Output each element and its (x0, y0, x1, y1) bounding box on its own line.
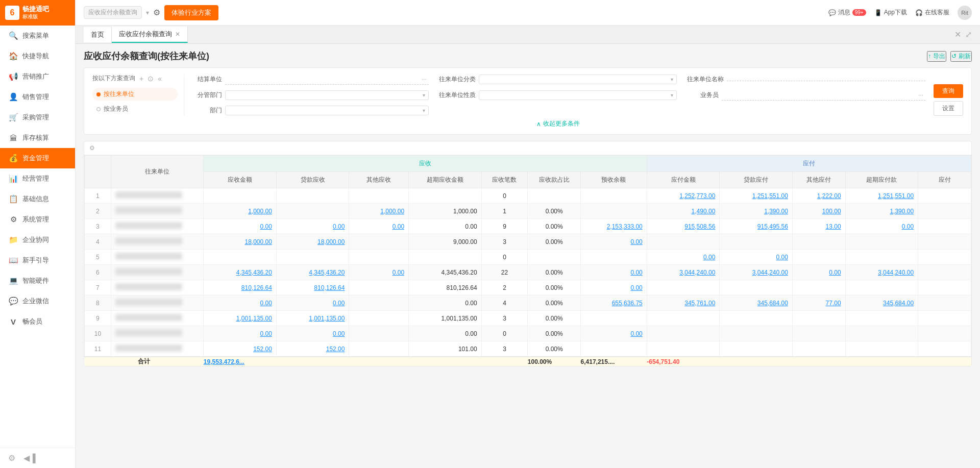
user-avatar[interactable]: Rit (958, 6, 972, 20)
salesperson-input[interactable]: ··· (722, 90, 925, 101)
close-window-icon[interactable]: ✕ (954, 30, 961, 39)
sidebar-item-hardware[interactable]: 💻 智能硬件 (0, 270, 75, 291)
sidebar-item-label: 资金管理 (22, 154, 49, 163)
app-download-btn[interactable]: 📱 App下载 (874, 8, 907, 17)
export-button[interactable]: ↑ 导出 (927, 51, 946, 62)
messages-btn[interactable]: 💬 消息 99+ (828, 8, 866, 17)
sidebar-item-label: 畅会员 (22, 317, 42, 326)
collapse-more-btn[interactable]: ∧ 收起更多条件 (190, 119, 925, 128)
export-label: 导出 (933, 52, 945, 61)
maximize-icon[interactable]: ⤢ (965, 30, 972, 39)
trial-button[interactable]: 体验行业方案 (164, 5, 218, 20)
sidebar-item-operations[interactable]: 📊 经营管理 (0, 168, 75, 189)
sidebar-item-inventory[interactable]: 🏛 库存核算 (0, 128, 75, 148)
footer-ar-amount[interactable]: 19,553,472,6... (204, 357, 277, 366)
sidebar-item-label: 智能硬件 (22, 276, 49, 285)
sidebar-item-finance[interactable]: 💰 资金管理 (0, 148, 75, 168)
settlement-input[interactable]: ··· (225, 74, 429, 85)
th-ap-rest: 应付 (918, 172, 971, 188)
field-dept-managed: 分管部门 ▾ (190, 90, 429, 101)
title-actions: ↑ 导出 ↺ 刷新 (927, 51, 972, 62)
table-row: 100.000.000.0000.00%0.00 (85, 326, 971, 341)
footer-ar-loan (276, 357, 349, 366)
refresh-button[interactable]: ↺ 刷新 (950, 51, 972, 62)
online-service-btn[interactable]: 🎧 在线客服 (915, 8, 949, 17)
collapse-scheme-icon[interactable]: « (158, 75, 162, 83)
table-footer-row: 合计 19,553,472,6... 100.00% 6,417,215....… (85, 357, 971, 366)
top-header: 应收应付余额查询 ▾ ⚙ 体验行业方案 💬 消息 99+ 📱 App下载 🎧 在… (76, 0, 980, 26)
messages-label: 消息 (838, 8, 850, 17)
scheme-by-partner[interactable]: 按往来单位 (92, 88, 178, 101)
tab-ar-ap-label: 应收应付余额查询 (119, 30, 172, 39)
partner-nature-select[interactable]: ▾ (479, 90, 677, 100)
table-row: 101,252,773.001,251,551.001,222.001,251,… (85, 188, 971, 204)
footer-ar-other (349, 357, 409, 366)
hardware-icon: 💻 (8, 276, 18, 286)
query-button[interactable]: 查询 (934, 84, 963, 98)
sidebar-logo: 6 畅捷通吧 标准版 (0, 0, 75, 26)
tab-home[interactable]: 首页 (84, 27, 112, 42)
sidebar-item-quicknav[interactable]: 🏠 快捷导航 (0, 46, 75, 66)
chevron-down-icon: ▾ (671, 92, 673, 98)
th-prepay: 预收余额 (581, 172, 647, 188)
scheme-by-salesperson[interactable]: 按业务员 (92, 103, 178, 115)
sidebar-item-label: 快捷导航 (22, 52, 49, 61)
salesperson-label: 业务员 (687, 91, 719, 100)
department-select[interactable]: ▾ (225, 106, 429, 115)
sidebar-item-label: 企业协同 (22, 235, 49, 244)
partner-nature-label: 往来单位性质 (439, 91, 476, 100)
th-partner: 往来单位 (111, 156, 203, 188)
footer-ap-rest (918, 357, 971, 366)
set-button[interactable]: 设置 (934, 101, 963, 116)
partner-name-input[interactable] (727, 78, 925, 81)
settings-scheme-icon[interactable]: ⊙ (148, 75, 154, 83)
add-scheme-icon[interactable]: + (139, 75, 143, 83)
sidebar-item-purchase[interactable]: 🛒 采购管理 (0, 107, 75, 128)
dept-managed-select[interactable]: ▾ (225, 90, 429, 100)
system-icon: ⚙ (8, 214, 18, 225)
partner-category-select[interactable]: ▾ (479, 75, 677, 84)
collapse-icon[interactable]: ◀▐ (23, 453, 35, 463)
gear-icon[interactable]: ⚙ (153, 8, 160, 17)
table-config-icon[interactable]: ⚙ (89, 144, 95, 152)
th-ar-amount: 应收金额 (204, 172, 277, 188)
chevron-down-icon[interactable]: ▾ (146, 9, 149, 16)
sidebar-item-label: 搜索菜单 (22, 31, 49, 40)
field-salesperson: 业务员 ··· (687, 90, 925, 101)
th-ap-group: 应付 (647, 156, 971, 172)
member-icon: V (8, 316, 18, 327)
field-partner-name: 往来单位名称 (687, 74, 925, 85)
clock-icon (96, 107, 101, 111)
sidebar-item-guide[interactable]: 📖 新手引导 (0, 250, 75, 270)
settlement-more-icon[interactable]: ··· (422, 76, 427, 83)
footer-prepay: 6,417,215.... (581, 357, 647, 366)
logo-sub: 标准版 (22, 13, 49, 20)
th-ar-loan: 贷款应收 (276, 172, 349, 188)
sidebar-item-sales[interactable]: 👤 销售管理 (0, 87, 75, 107)
footer-label: 合计 (85, 357, 204, 366)
sidebar-item-label: 系统管理 (22, 215, 49, 224)
collapse-label: 收起更多条件 (543, 119, 580, 128)
sidebar-item-label: 销售管理 (22, 92, 49, 102)
sidebar-item-system[interactable]: ⚙ 系统管理 (0, 209, 75, 230)
filter-label: 按以下方案查询 (92, 74, 135, 83)
field-settlement-unit: 结算单位 ··· (190, 74, 429, 85)
table-row: 21,000.001,000.001,000.0010.00%1,490.001… (85, 204, 971, 219)
sidebar-item-member[interactable]: V 畅会员 (0, 311, 75, 332)
settings-icon[interactable]: ⚙ (8, 453, 15, 463)
sidebar-item-label: 采购管理 (22, 113, 49, 122)
tab-close-icon[interactable]: ✕ (175, 31, 180, 38)
table-row: 91,001,135.001,001,135.001,001,135.0030.… (85, 311, 971, 326)
sidebar-item-wechat[interactable]: 💬 企业微信 (0, 291, 75, 311)
partner-name-label: 往来单位名称 (687, 75, 724, 84)
tab-ar-ap-query[interactable]: 应收应付余额查询 ✕ (112, 27, 188, 43)
th-ar-other: 其他应收 (349, 172, 409, 188)
sidebar-item-search[interactable]: 🔍 搜索菜单 (0, 26, 75, 46)
sidebar-item-basic-info[interactable]: 📋 基础信息 (0, 189, 75, 209)
enterprise-icon: 📁 (8, 235, 18, 245)
sidebar-item-enterprise[interactable]: 📁 企业协同 (0, 230, 75, 250)
field-department: 部门 ▾ (190, 106, 429, 115)
sidebar-item-marketing[interactable]: 📢 营销推广 (0, 66, 75, 87)
salesperson-more-icon[interactable]: ··· (918, 91, 923, 98)
table-row: 80.000.000.0040.00%655,636.75345,761.003… (85, 295, 971, 311)
